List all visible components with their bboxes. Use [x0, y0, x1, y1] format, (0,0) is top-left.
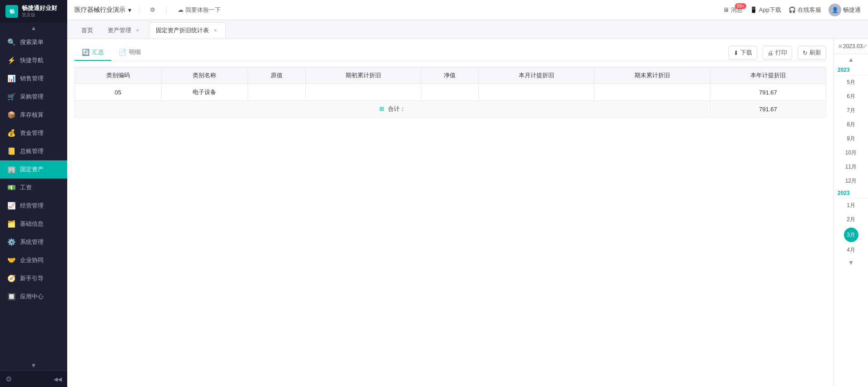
sidebar-item-label: 系统管理 — [20, 238, 44, 246]
experience-button[interactable]: ☁ 我要体验一下 — [174, 4, 224, 16]
summary-icon: ⊞ — [379, 105, 384, 112]
tab-home[interactable]: 首页 — [74, 22, 100, 39]
date-month-2023-07[interactable]: 7月 — [834, 104, 868, 118]
date-month-2023-12[interactable]: 12月 — [834, 174, 868, 188]
date-panel: ✕ 2023.03 ⤢ ▲ 2023 5月 6月 7月 8月 9月 10月 11… — [833, 39, 868, 387]
sidebar-collapse-button[interactable]: ◀◀ — [54, 376, 62, 382]
date-month-2023-10[interactable]: 10月 — [834, 146, 868, 160]
sidebar-item-system[interactable]: ⚙️ 系统管理 — [0, 233, 67, 251]
tab-home-label: 首页 — [81, 26, 93, 35]
sidebar-footer: ⚙ ◀◀ — [0, 371, 67, 387]
date-year-2023-label: 2023 — [834, 188, 868, 198]
app-subtitle: 普及版 — [22, 12, 57, 18]
service-button[interactable]: 🎧 在线客服 — [789, 6, 821, 14]
cart-icon: 🛒 — [7, 93, 15, 101]
sidebar-item-label: 总账管理 — [20, 147, 44, 155]
phone-icon: 📱 — [750, 6, 757, 13]
date-month-2023-01[interactable]: 1月 — [834, 198, 868, 213]
date-month-2023-08[interactable]: 8月 — [834, 118, 868, 132]
sidebar-item-basicinfo[interactable]: 🗂️ 基础信息 — [0, 215, 67, 233]
main-area: 医疗器械行业演示 ▾ ⚙ ☁ 我要体验一下 🖥 消息 99+ 📱 App下载 🎧… — [67, 0, 868, 387]
table-row: 05 电子设备 791.67 — [75, 84, 826, 101]
sub-tab-summary-label: 汇总 — [92, 48, 104, 56]
sidebar-settings-button[interactable]: ⚙ — [5, 375, 12, 383]
settings-icon: ⚙ — [150, 6, 155, 13]
print-button[interactable]: 🖨 打印 — [763, 46, 792, 60]
sidebar-item-quicknav[interactable]: ⚡ 快捷导航 — [0, 51, 67, 69]
gear-icon: ⚙️ — [7, 238, 15, 246]
refresh-button[interactable]: ↻ 刷新 — [798, 46, 826, 60]
date-month-2023-06[interactable]: 6月 — [834, 89, 868, 104]
search-icon: 🔍 — [7, 38, 15, 46]
cloud-icon: ☁ — [178, 6, 184, 13]
date-panel-close-button[interactable]: ✕ — [838, 43, 843, 50]
sidebar-item-sales[interactable]: 📊 销售管理 — [0, 69, 67, 88]
company-name: 医疗器械行业演示 — [74, 6, 125, 14]
sidebar-item-inventory[interactable]: 📦 库存核算 — [0, 106, 67, 124]
sidebar-scroll-up[interactable]: ▲ — [0, 23, 67, 33]
sub-tab-summary[interactable]: 🔄 汇总 — [74, 45, 111, 61]
print-icon: 🖨 — [768, 50, 774, 56]
chart-icon: 📊 — [7, 74, 15, 83]
date-month-2023-09[interactable]: 9月 — [834, 132, 868, 146]
download-button[interactable]: ⬇ 下载 — [729, 46, 757, 60]
col-end-dep: 期末累计折旧 — [594, 67, 710, 84]
money-icon: 💰 — [7, 129, 15, 137]
sidebar-item-cooperation[interactable]: 🤝 企业协同 — [0, 251, 67, 269]
settings-button[interactable]: ⚙ — [146, 5, 159, 15]
col-original: 原值 — [248, 67, 305, 84]
sidebar-item-finance[interactable]: 💰 资金管理 — [0, 124, 67, 142]
salary-icon: 💵 — [7, 184, 15, 192]
building-icon: 🏢 — [7, 165, 15, 174]
download-button[interactable]: 📱 App下载 — [750, 6, 781, 14]
sidebar-item-label: 新手引导 — [20, 274, 44, 283]
tab-assets-close[interactable]: × — [134, 27, 141, 34]
sidebar-item-appcenter[interactable]: 🔲 应用中心 — [0, 288, 67, 306]
date-scroll-up[interactable]: ▲ — [834, 54, 868, 65]
chevron-down-icon: ▾ — [128, 6, 131, 14]
sidebar-item-search[interactable]: 🔍 搜索菜单 — [0, 33, 67, 51]
col-net-value: 净值 — [421, 67, 478, 84]
company-selector[interactable]: 医疗器械行业演示 ▾ — [74, 6, 131, 14]
sidebar-item-fixedassets[interactable]: 🏢 固定资产 — [0, 160, 67, 179]
content-toolbar: ⬇ 下载 🖨 打印 ↻ 刷新 — [729, 46, 826, 60]
sidebar-item-salary[interactable]: 💵 工资 — [0, 179, 67, 197]
sidebar-item-label: 库存核算 — [20, 111, 44, 119]
tab-assets[interactable]: 资产管理 × — [101, 22, 148, 39]
tabs-bar: 首页 资产管理 × 固定资产折旧统计表 × — [67, 20, 868, 39]
cell-initial-dep — [305, 84, 421, 101]
sidebar-item-operations[interactable]: 📈 经营管理 — [0, 197, 67, 215]
date-panel-scroll[interactable]: ▲ 2023 5月 6月 7月 8月 9月 10月 11月 12月 2023 1… — [834, 54, 868, 387]
sidebar-header: 畅 畅捷通好业财 普及版 — [0, 0, 67, 23]
date-month-2023-03[interactable]: 3月 — [844, 228, 858, 242]
tab-depreciation[interactable]: 固定资产折旧统计表 × — [149, 22, 226, 39]
content-main: 🔄 汇总 📄 明细 ⬇ 下载 🖨 打印 — [67, 39, 833, 387]
date-panel-expand-button[interactable]: ⤢ — [863, 43, 867, 50]
notification-button[interactable]: 🖥 消息 99+ — [723, 6, 743, 14]
date-scroll-down[interactable]: ▼ — [834, 257, 868, 268]
document-icon: 📄 — [119, 49, 126, 56]
sidebar-item-purchase[interactable]: 🛒 采购管理 — [0, 88, 67, 106]
topbar-divider — [139, 5, 139, 15]
folder-icon: 🗂️ — [7, 220, 15, 228]
headset-icon: 🎧 — [789, 6, 796, 13]
ledger-icon: 📒 — [7, 147, 15, 155]
user-menu[interactable]: 👤 畅捷通 — [828, 4, 861, 16]
date-month-2023-02[interactable]: 2月 — [834, 213, 868, 227]
app-title-wrap: 畅捷通好业财 普及版 — [22, 5, 57, 18]
sidebar-item-guide[interactable]: 🧭 新手引导 — [0, 269, 67, 288]
sidebar-item-label: 企业协同 — [20, 256, 44, 264]
date-month-2023-05[interactable]: 5月 — [834, 75, 868, 89]
date-month-2023-11[interactable]: 11月 — [834, 160, 868, 174]
date-month-2023-04[interactable]: 4月 — [834, 243, 868, 257]
sidebar: 畅 畅捷通好业财 普及版 ▲ 🔍 搜索菜单 ⚡ 快捷导航 📊 销售管理 🛒 采购… — [0, 0, 67, 387]
topbar: 医疗器械行业演示 ▾ ⚙ ☁ 我要体验一下 🖥 消息 99+ 📱 App下载 🎧… — [67, 0, 868, 20]
tab-depreciation-close[interactable]: × — [212, 27, 219, 34]
col-code: 类别编码 — [75, 67, 162, 84]
sub-tab-detail[interactable]: 📄 明细 — [111, 45, 148, 61]
sidebar-scroll-down[interactable]: ▼ — [0, 360, 67, 371]
cell-end-dep — [594, 84, 710, 101]
sidebar-item-ledger[interactable]: 📒 总账管理 — [0, 142, 67, 160]
grid-icon: 🔲 — [7, 293, 15, 301]
sidebar-item-label: 经营管理 — [20, 202, 44, 210]
